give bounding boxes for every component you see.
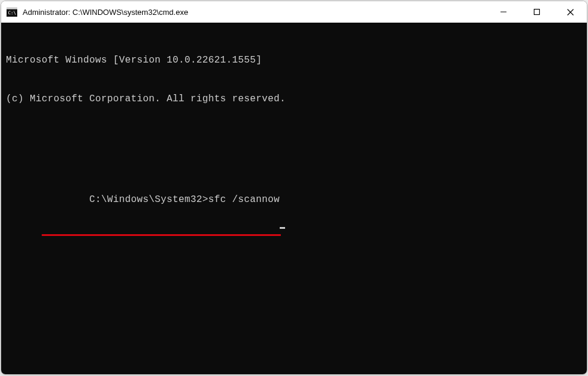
- cmd-prompt-icon: C:\: [6, 6, 18, 18]
- terminal-blank-line: [6, 132, 582, 142]
- terminal-output-line: (c) Microsoft Corporation. All rights re…: [6, 93, 582, 106]
- close-button[interactable]: [553, 1, 587, 23]
- window-controls: [487, 1, 587, 23]
- svg-text:C:\: C:\: [8, 10, 17, 15]
- terminal-area[interactable]: Microsoft Windows [Version 10.0.22621.15…: [1, 23, 587, 374]
- window-title: Administrator: C:\WINDOWS\system32\cmd.e…: [23, 8, 188, 17]
- cmd-window: C:\ Administrator: C:\WINDOWS\system32\c…: [1, 1, 587, 375]
- titlebar[interactable]: C:\ Administrator: C:\WINDOWS\system32\c…: [1, 1, 587, 23]
- terminal-output-line: Microsoft Windows [Version 10.0.22621.15…: [6, 54, 582, 67]
- terminal-prompt-line: C:\Windows\System32>sfc /scannow: [6, 168, 582, 246]
- annotation-underline: [42, 234, 281, 236]
- command-text: sfc /scannow: [208, 194, 280, 205]
- titlebar-left: C:\ Administrator: C:\WINDOWS\system32\c…: [6, 6, 188, 18]
- maximize-button[interactable]: [520, 1, 553, 23]
- minimize-button[interactable]: [487, 1, 520, 23]
- svg-rect-1: [7, 7, 17, 10]
- svg-rect-4: [534, 10, 540, 15]
- prompt-text: C:\Windows\System32>: [89, 194, 208, 205]
- text-cursor: [280, 227, 285, 229]
